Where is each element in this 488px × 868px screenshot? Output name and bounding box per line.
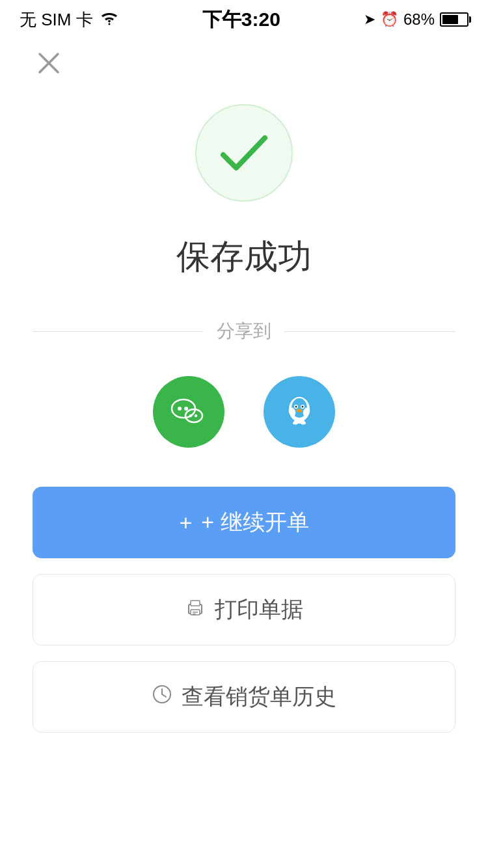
wechat-share-button[interactable] [153, 376, 224, 448]
svg-point-13 [295, 406, 297, 408]
status-left: 无 SIM 卡 [20, 8, 119, 31]
svg-line-28 [162, 694, 166, 697]
carrier-text: 无 SIM 卡 [20, 8, 93, 31]
battery-icon [440, 12, 468, 27]
plus-icon: + [179, 510, 192, 536]
svg-point-7 [189, 414, 192, 416]
share-label: 分享到 [217, 319, 271, 344]
svg-point-4 [178, 407, 182, 411]
main-content: 保存成功 分享到 [0, 39, 488, 733]
location-icon: ➤ [364, 11, 375, 28]
share-icons [33, 376, 455, 448]
close-button[interactable] [33, 47, 65, 79]
alarm-icon: ⏰ [381, 11, 398, 28]
success-title: 保存成功 [176, 234, 312, 280]
printer-icon [185, 597, 206, 623]
svg-point-8 [195, 414, 197, 416]
checkmark-icon [218, 130, 270, 176]
print-button[interactable]: 打印单据 [33, 574, 455, 645]
history-button[interactable]: 查看销货单历史 [33, 661, 455, 733]
battery-text: 68% [403, 10, 435, 29]
wifi-icon [100, 10, 119, 30]
svg-rect-23 [191, 601, 200, 606]
continue-button-label: + 继续开单 [201, 508, 308, 537]
history-icon [152, 684, 172, 710]
status-bar: 无 SIM 卡 下午3:20 ➤ ⏰ 68% [0, 0, 488, 39]
status-right: ➤ ⏰ 68% [364, 10, 468, 29]
svg-point-20 [301, 422, 306, 425]
qq-share-button[interactable] [264, 376, 335, 448]
status-time: 下午3:20 [202, 7, 280, 33]
continue-button[interactable]: + + 继续开单 [33, 487, 455, 558]
share-section: 分享到 [0, 319, 488, 448]
svg-rect-24 [193, 612, 198, 613]
print-button-label: 打印单据 [215, 595, 303, 625]
history-button-label: 查看销货单历史 [182, 682, 336, 712]
svg-point-5 [184, 407, 188, 411]
svg-point-15 [297, 409, 302, 413]
svg-point-19 [293, 422, 298, 425]
svg-point-14 [302, 406, 304, 408]
svg-point-0 [108, 23, 110, 25]
action-buttons: + + 继续开单 打印单据 [0, 487, 488, 733]
svg-rect-25 [193, 614, 196, 615]
share-divider: 分享到 [33, 319, 455, 344]
success-icon-circle [195, 104, 293, 202]
